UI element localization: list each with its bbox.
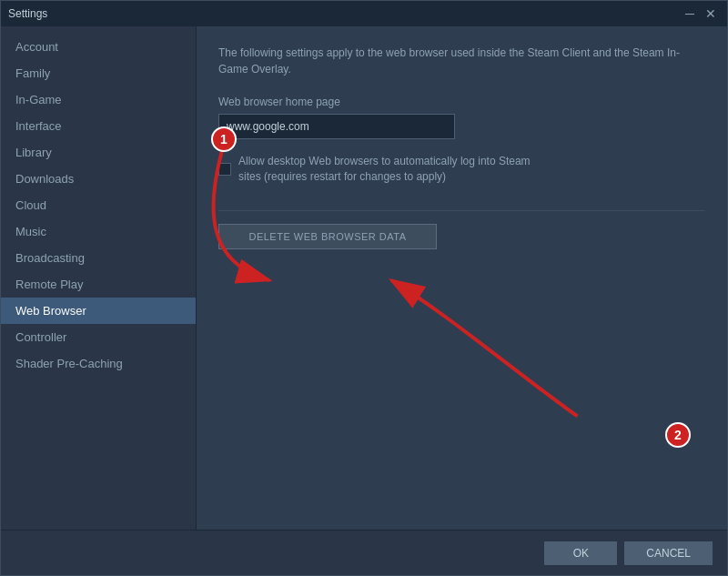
main-panel: 1 2 The following settings apply to the …: [197, 26, 727, 530]
sidebar-item-broadcasting[interactable]: Broadcasting: [1, 245, 196, 271]
sidebar-item-controller[interactable]: Controller: [1, 324, 196, 350]
sidebar: Account Family In-Game Interface Library…: [1, 26, 197, 530]
auto-login-label: Allow desktop Web browsers to automatica…: [238, 154, 548, 185]
checkbox-wrapper: Allow desktop Web browsers to automatica…: [218, 154, 548, 185]
divider: [218, 210, 705, 211]
annotation-circle-1: 1: [211, 126, 237, 152]
close-button[interactable]: ✕: [702, 7, 720, 20]
sidebar-item-account[interactable]: Account: [1, 34, 196, 60]
homepage-input[interactable]: [218, 114, 455, 139]
sidebar-item-library[interactable]: Library: [1, 139, 196, 166]
sidebar-item-remote-play[interactable]: Remote Play: [1, 271, 196, 298]
sidebar-item-web-browser[interactable]: Web Browser: [1, 298, 196, 324]
sidebar-item-family[interactable]: Family: [1, 60, 196, 86]
sidebar-item-in-game[interactable]: In-Game: [1, 86, 196, 113]
title-bar: Settings ─ ✕: [1, 1, 727, 26]
auto-login-checkbox[interactable]: [218, 163, 231, 176]
bottom-bar: OK CANCEL: [1, 530, 727, 575]
sidebar-item-shader-pre-caching[interactable]: Shader Pre-Caching: [1, 350, 196, 377]
title-bar-controls: ─ ✕: [682, 7, 720, 20]
annotation-circle-2: 2: [665, 422, 691, 448]
ok-button[interactable]: OK: [544, 541, 617, 565]
sidebar-item-downloads[interactable]: Downloads: [1, 166, 196, 192]
settings-window: Settings ─ ✕ Account Family In-Game Inte…: [0, 0, 728, 576]
homepage-label: Web browser home page: [218, 96, 705, 108]
sidebar-item-music[interactable]: Music: [1, 218, 196, 245]
sidebar-item-cloud[interactable]: Cloud: [1, 192, 196, 218]
checkbox-row: Allow desktop Web browsers to automatica…: [218, 152, 705, 185]
window-title: Settings: [8, 7, 47, 20]
description-text: The following settings apply to the web …: [218, 45, 705, 77]
cancel-button[interactable]: CANCEL: [624, 541, 713, 565]
content-area: Account Family In-Game Interface Library…: [1, 26, 727, 530]
sidebar-item-interface[interactable]: Interface: [1, 113, 196, 139]
delete-web-browser-data-button[interactable]: DELETE WEB BROWSER DATA: [218, 224, 437, 249]
minimize-button[interactable]: ─: [682, 7, 698, 20]
